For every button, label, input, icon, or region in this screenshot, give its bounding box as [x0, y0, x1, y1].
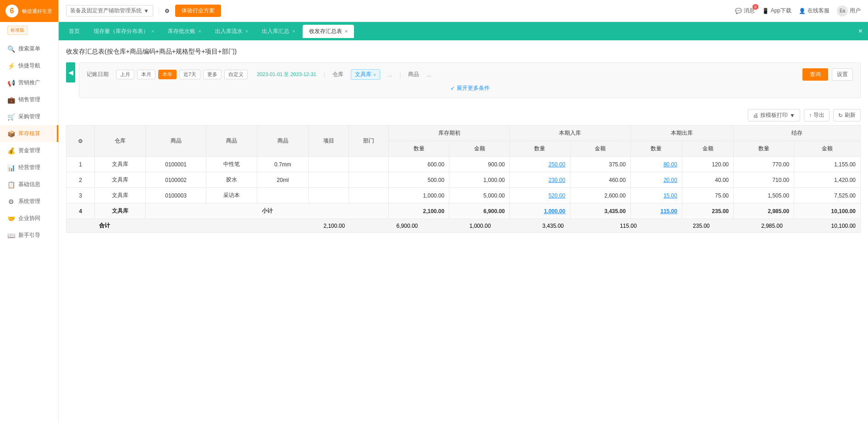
- subtotal-in-qty[interactable]: 1,000.00: [510, 203, 570, 219]
- goods-code-col-header: 商品: [146, 126, 206, 157]
- system-selector[interactable]: 装备及固定资产辅助管理系统 ▼: [66, 5, 153, 16]
- settings-button[interactable]: 设置: [832, 68, 853, 81]
- refresh-btn[interactable]: ↻ 刷新: [833, 109, 861, 121]
- sidebar-item-basic[interactable]: 📋基础信息: [0, 176, 58, 193]
- goods-spec-col-header: 商品: [257, 126, 308, 157]
- row-warehouse: 文具库: [95, 188, 146, 203]
- export-btn[interactable]: ↑ 导出: [804, 109, 829, 121]
- sidebar-item-system[interactable]: ⚙系统管理: [0, 193, 58, 210]
- row-spec: 20ml: [257, 172, 308, 188]
- subtotal-row: 4 文具库 小计 2,100.00 6,900.00 1,000.00 3,43…: [66, 203, 861, 219]
- print-icon: 🖨: [753, 112, 758, 119]
- gear-btn[interactable]: ⚙: [165, 8, 170, 14]
- table-row: 2 文具库 0100002 胶水 20ml 500.00 1,000.00 23…: [66, 172, 861, 188]
- tab-batch[interactable]: 库存批次账×: [161, 25, 207, 38]
- row-out-qty[interactable]: 15.00: [630, 188, 682, 203]
- sidebar-item-collab[interactable]: 🤝企业协同: [0, 210, 58, 227]
- date-btn-本月[interactable]: 本月: [137, 70, 155, 79]
- sidebar-label-marketing: 营销推广: [18, 79, 40, 87]
- row-name: 中性笔: [206, 157, 257, 172]
- subtotal-out-qty[interactable]: 115.00: [630, 203, 682, 219]
- sidebar-icon-sales: 💼: [7, 96, 15, 104]
- row-out-qty[interactable]: 80.00: [630, 157, 682, 172]
- row-opening-amount: 1,000.00: [449, 172, 510, 188]
- experience-button[interactable]: 体验行业方案: [175, 5, 221, 17]
- sidebar-item-sales[interactable]: 💼销售管理: [0, 91, 58, 108]
- row-in-qty[interactable]: 520.00: [510, 188, 570, 203]
- date-btn-更多[interactable]: 更多: [203, 70, 221, 79]
- sidebar-item-operations[interactable]: 📊经营管理: [0, 159, 58, 176]
- user-avatar: Ea: [837, 5, 848, 16]
- sidebar-item-marketing[interactable]: 📢营销推广: [0, 74, 58, 91]
- row-opening-amount: 5,000.00: [449, 188, 510, 203]
- filter-bar: 记账日期 上月本月本年近7天更多自定义 2023-01-01 至 2023-12…: [79, 62, 861, 98]
- print-btn[interactable]: 🖨 按模板打印 ▼: [748, 109, 800, 121]
- sidebar-label-operations: 经营管理: [18, 164, 40, 171]
- tab-close-stock_dist[interactable]: ×: [151, 28, 154, 34]
- date-btn-上月[interactable]: 上月: [116, 70, 134, 79]
- user-btn[interactable]: Ea 用户: [837, 5, 861, 16]
- expand-more: ✓ 展开更多条件: [87, 84, 853, 92]
- subtotal-warehouse: 文具库: [95, 203, 146, 219]
- app-download-label: App下载: [771, 7, 791, 15]
- expand-btn[interactable]: ✓ 展开更多条件: [87, 84, 853, 92]
- filter-toggle-btn[interactable]: ◀: [66, 62, 75, 82]
- row-out-qty[interactable]: 20.00: [630, 172, 682, 188]
- goods-more[interactable]: ...: [426, 71, 431, 78]
- subtotal-opening-qty: 2,100.00: [389, 203, 449, 219]
- row-in-amount: 460.00: [570, 172, 630, 188]
- system-title: 装备及固定资产辅助管理系统: [70, 7, 142, 15]
- row-spec: [257, 188, 308, 203]
- tab-close-inout_summary[interactable]: ×: [292, 28, 295, 34]
- tab-bar-close-btn[interactable]: ×: [857, 25, 864, 37]
- sidebar-icon-guide: 📖: [7, 232, 15, 239]
- sidebar-icon-operations: 📊: [7, 164, 15, 171]
- sidebar-item-purchase[interactable]: 🛒采购管理: [0, 108, 58, 125]
- tab-stock_dist[interactable]: 现存量（库存分布表）×: [87, 25, 160, 38]
- sidebar-item-quick[interactable]: ⚡快捷导航: [0, 57, 58, 74]
- online-service-btn[interactable]: 👤 在线客服: [799, 7, 829, 15]
- tab-recv_send[interactable]: 收发存汇总表×: [303, 25, 354, 38]
- footer-out-amount: 235.00: [641, 223, 714, 229]
- print-label: 按模板打印: [760, 111, 788, 119]
- sidebar-item-inventory[interactable]: 📦库存核算: [0, 125, 58, 142]
- query-button[interactable]: 查询: [802, 68, 828, 81]
- row-in-qty[interactable]: 250.00: [510, 157, 570, 172]
- export-icon: ↑: [809, 112, 812, 119]
- row-warehouse: 文具库: [95, 157, 146, 172]
- sidebar-label-guide: 新手引导: [18, 231, 40, 239]
- app-download-btn[interactable]: 📱 App下载: [762, 7, 791, 15]
- warehouse-more[interactable]: ...: [387, 71, 392, 78]
- subtotal-label: 小计: [146, 203, 389, 219]
- date-btn-自定义[interactable]: 自定义: [224, 70, 248, 79]
- date-btn-本年[interactable]: 本年: [158, 70, 177, 79]
- content-area: 收发存汇总表(按仓库+商品编码+商品+规格型号+项目+部门) ◀ 记账日期 上月…: [59, 40, 868, 423]
- row-in-qty[interactable]: 230.00: [510, 172, 570, 188]
- page-title: 收发存汇总表(按仓库+商品编码+商品+规格型号+项目+部门): [66, 48, 861, 56]
- sidebar-label-search: 搜索菜单: [18, 45, 40, 53]
- messages-icon-btn[interactable]: 💬 消息 6: [735, 7, 755, 15]
- row-code: 0100003: [146, 188, 206, 203]
- table-settings-icon[interactable]: ⚙: [78, 138, 83, 144]
- footer-closing-amount: 10,100.00: [787, 223, 860, 229]
- settings-col-header[interactable]: ⚙: [66, 126, 95, 157]
- tab-inout_flow[interactable]: 出入库流水×: [209, 25, 254, 38]
- row-code: 0100001: [146, 157, 206, 172]
- sidebar-item-finance[interactable]: 💰资金管理: [0, 142, 58, 159]
- date-btn-近7天[interactable]: 近7天: [179, 70, 200, 79]
- tab-inout_summary[interactable]: 出入库汇总×: [255, 25, 301, 38]
- tab-close-batch[interactable]: ×: [198, 28, 201, 34]
- warehouse-tag-text: 文具库: [355, 71, 371, 78]
- sidebar-item-search[interactable]: 🔍搜索菜单: [0, 40, 58, 57]
- warehouse-tag[interactable]: 文具库 ×: [351, 69, 380, 80]
- footer-in-amount: 3,435.00: [495, 223, 568, 229]
- user-label: 用户: [850, 7, 861, 15]
- sidebar-item-guide[interactable]: 📖新手引导: [0, 227, 58, 244]
- row-in-amount: 2,600.00: [570, 188, 630, 203]
- tab-close-recv_send[interactable]: ×: [345, 28, 348, 34]
- warehouse-tag-close-icon[interactable]: ×: [373, 72, 376, 77]
- goods-name-col-header: 商品: [206, 126, 257, 157]
- tab-home[interactable]: 首页: [62, 25, 86, 38]
- tab-close-inout_flow[interactable]: ×: [245, 28, 248, 34]
- warehouse-col-header: 仓库: [95, 126, 146, 157]
